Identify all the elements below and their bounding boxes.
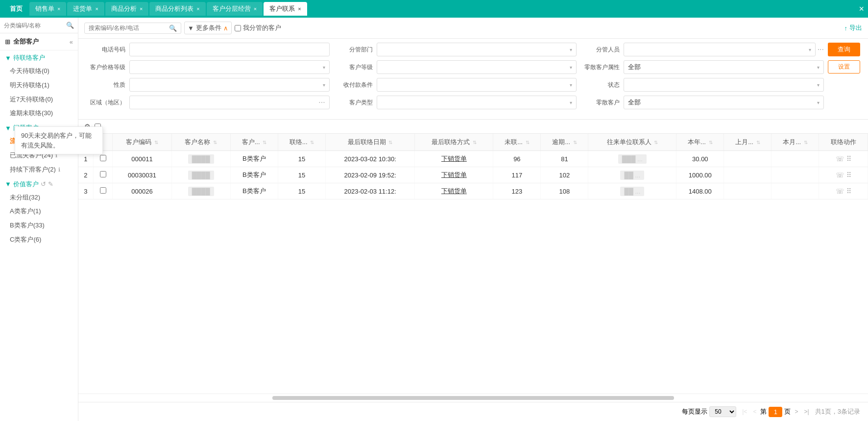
sort-contact-person[interactable]: ⇅ xyxy=(654,140,658,145)
row-checkbox[interactable] xyxy=(100,187,106,194)
filter-customer-type-arrow: ▾ xyxy=(570,100,572,105)
horizontal-scrollbar[interactable] xyxy=(78,394,868,402)
sidebar-search-icon[interactable]: 🔍 xyxy=(66,22,74,29)
more-action-icon[interactable]: ⠿ xyxy=(846,171,851,179)
tab-customer-contact[interactable]: 客户联系 × xyxy=(264,2,307,16)
export-button[interactable]: ↑ 导出 xyxy=(844,24,863,32)
tab-sales[interactable]: 销售单 × xyxy=(29,2,66,16)
sort-name[interactable]: ⇅ xyxy=(213,140,217,145)
cell-overdue: 81 xyxy=(541,151,588,167)
collapse-icon[interactable]: « xyxy=(70,38,73,46)
search-input[interactable] xyxy=(89,25,167,31)
filter-region-more[interactable]: ··· xyxy=(318,98,325,107)
sort-overdue[interactable]: ⇅ xyxy=(573,140,577,145)
cell-last-method-link[interactable]: 下销货单 xyxy=(441,155,467,162)
sidebar-search-input[interactable] xyxy=(4,22,64,29)
sidebar-item-7days[interactable]: 近7天待联络(0) xyxy=(0,93,78,107)
sidebar-group-value[interactable]: ▼ 价值客户 ↺ ✎ xyxy=(0,177,78,191)
contact-action-icon[interactable]: ☏ xyxy=(836,155,844,163)
sort-this-month[interactable]: ⇅ xyxy=(804,140,808,145)
row-checkbox[interactable] xyxy=(100,171,106,177)
filter-nature-select[interactable]: ▾ xyxy=(129,78,330,92)
per-page-select[interactable]: 50 100 200 xyxy=(709,406,736,417)
filter-dept-select[interactable]: ▾ xyxy=(377,43,577,56)
tab-purchase[interactable]: 进货单 × xyxy=(67,2,104,16)
sidebar-item-class-c[interactable]: C类客户(6) xyxy=(0,233,78,247)
first-page-btn[interactable]: |< xyxy=(740,407,749,416)
sidebar-item-today[interactable]: 今天待联络(0) xyxy=(0,64,78,78)
sidebar-item-class-b[interactable]: B类客户(33) xyxy=(0,219,78,233)
settings-button[interactable]: 设置 xyxy=(828,60,860,74)
query-button[interactable]: 查询 xyxy=(828,43,860,56)
export-icon: ↑ xyxy=(844,25,848,32)
tab-analysis-close[interactable]: × xyxy=(140,6,143,12)
filter-person-select[interactable]: ▾ xyxy=(624,43,815,56)
sort-code[interactable]: ⇅ xyxy=(154,140,158,145)
filter-sparse-attr-select[interactable]: 全部 ▾ xyxy=(624,60,824,74)
sidebar-item-declining[interactable]: 持续下滑客户(2) ℹ xyxy=(0,163,78,177)
sidebar-item-overdue[interactable]: 逾期未联络(30) xyxy=(0,106,78,121)
contact-action-icon[interactable]: ☏ xyxy=(836,171,844,179)
filter-actions: 查询 设置 xyxy=(828,43,860,113)
filter-customer-type-select[interactable]: ▾ xyxy=(377,96,577,109)
next-page-btn[interactable]: > xyxy=(793,407,800,416)
row-checkbox[interactable] xyxy=(100,155,106,161)
tab-customer-tier-close[interactable]: × xyxy=(254,6,257,12)
filter-price-level-select[interactable]: ▾ xyxy=(129,60,330,74)
tab-analysis[interactable]: 商品分析 × xyxy=(105,2,148,16)
more-conditions-btn[interactable]: ▼ 更多条件 ∧ xyxy=(184,22,232,34)
contact-action-icon[interactable]: ☏ xyxy=(836,187,844,195)
filter-region-select[interactable]: ··· xyxy=(129,96,330,109)
sort-no-contact[interactable]: ⇅ xyxy=(526,140,530,145)
sort-last-date[interactable]: ⇅ xyxy=(388,140,392,145)
tab-purchase-close[interactable]: × xyxy=(95,6,98,12)
more-action-icon[interactable]: ⠿ xyxy=(846,155,851,163)
group-arrow-problem: ▼ xyxy=(5,124,11,132)
tab-customer-tier[interactable]: 客户分层经营 × xyxy=(207,2,263,16)
current-page-num[interactable]: 1 xyxy=(769,407,782,417)
sort-type[interactable]: ⇅ xyxy=(263,140,266,145)
tab-customer-contact-close[interactable]: × xyxy=(298,6,301,12)
filter-payment-select[interactable]: ▾ xyxy=(377,78,577,92)
tab-analysis-list[interactable]: 商品分析列表 × xyxy=(149,2,205,16)
last-page-btn[interactable]: >| xyxy=(802,407,811,416)
sort-last-month[interactable]: ⇅ xyxy=(756,140,760,145)
cell-last-month xyxy=(724,151,772,167)
scroll-thumb[interactable] xyxy=(272,396,674,400)
filter-sparse-customer-select[interactable]: 全部 ▾ xyxy=(624,96,824,109)
cell-name-blurred: ████ xyxy=(188,171,214,180)
prev-page-btn[interactable]: < xyxy=(751,407,758,416)
sidebar-item-tomorrow[interactable]: 明天待联络(1) xyxy=(0,78,78,93)
more-action-icon[interactable]: ⠿ xyxy=(846,187,851,195)
tab-home[interactable]: 首页 xyxy=(4,2,28,16)
filter-payment-label: 收付款条件 xyxy=(334,81,373,89)
per-page-label: 每页显示 xyxy=(682,407,707,416)
data-table-wrap: 客户编码 ⇅ 客户名称 ⇅ 客户... ⇅ 联络... xyxy=(78,134,868,394)
filter-person-label: 分管人员 xyxy=(580,46,620,54)
cell-last-method-link[interactable]: 下销货单 xyxy=(441,171,467,178)
cell-this-month xyxy=(772,151,819,167)
sidebar-all-customers[interactable]: ⊞ 全部客户 « xyxy=(0,33,78,50)
window-close-button[interactable]: × xyxy=(859,4,864,14)
sort-this-year[interactable]: ⇅ xyxy=(709,140,713,145)
value-edit-icon[interactable]: ✎ xyxy=(48,180,53,188)
sidebar-item-class-a[interactable]: A类客户(1) xyxy=(0,204,78,219)
cell-last-method-link[interactable]: 下销货单 xyxy=(441,187,467,195)
tab-sales-close[interactable]: × xyxy=(57,6,60,12)
my-customers-checkbox[interactable] xyxy=(235,25,241,31)
tab-analysis-list-close[interactable]: × xyxy=(196,6,199,12)
filter-phone-input[interactable] xyxy=(129,43,330,56)
filter-person-more[interactable]: ··· xyxy=(818,45,824,54)
sidebar-group-pending[interactable]: ▼ 待联络客户 xyxy=(0,50,78,64)
value-refresh-icon[interactable]: ↺ xyxy=(41,180,46,188)
filter-customer-type: 客户类型 ▾ xyxy=(334,96,577,109)
sort-last-method[interactable]: ⇅ xyxy=(473,140,477,145)
my-customers-check[interactable]: 我分管的客户 xyxy=(235,24,281,32)
cell-last-month xyxy=(724,183,772,199)
search-execute-icon[interactable]: 🔍 xyxy=(169,25,177,32)
filter-phone-label: 电话号码 xyxy=(86,46,125,54)
filter-status-select[interactable]: ▾ xyxy=(624,78,824,92)
filter-customer-level-select[interactable]: ▾ xyxy=(377,60,577,74)
sidebar-item-ungrouped[interactable]: 未分组(32) xyxy=(0,191,78,205)
sort-contact[interactable]: ⇅ xyxy=(310,140,314,145)
